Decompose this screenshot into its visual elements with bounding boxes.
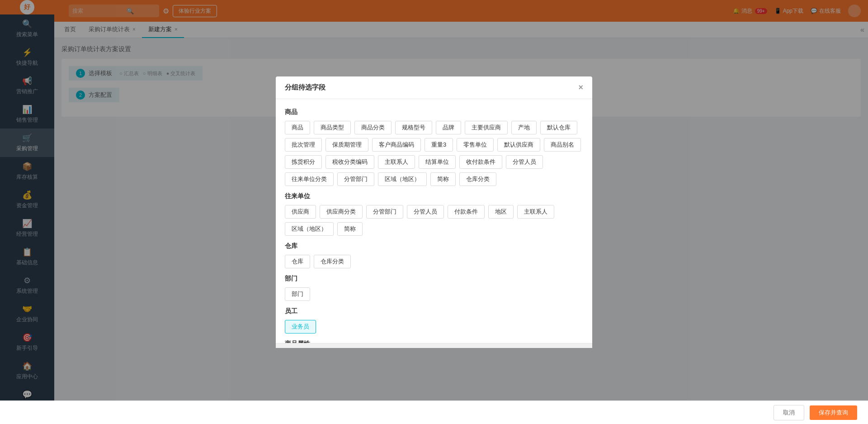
page-footer: 取消 保存并查询: [0, 400, 868, 424]
section-dept-title: 部门: [285, 275, 583, 283]
field-salesman[interactable]: 业务员: [285, 320, 316, 333]
field-settle-unit[interactable]: 结算单位: [419, 155, 456, 169]
field-region2[interactable]: 区域（地区）: [285, 222, 334, 236]
section-warehouse-fields: 仓库 仓库分类: [285, 255, 583, 268]
field-default-warehouse[interactable]: 默认仓库: [540, 121, 577, 134]
field-goods-alias[interactable]: 商品别名: [544, 138, 581, 152]
field-wh-cat[interactable]: 仓库分类: [314, 255, 351, 268]
section-partner-fields: 供应商 供应商分类 分管部门 分管人员 付款条件 地区 主联系人 区域（地区） …: [285, 205, 583, 236]
field-dept[interactable]: 分管部门: [366, 205, 403, 219]
section-staff-title: 员工: [285, 307, 583, 315]
cancel-button[interactable]: 取消: [774, 405, 804, 420]
section-goods-fields: 商品 商品类型 商品分类 规格型号 品牌 主要供应商 产地 默认仓库 批次管理 …: [285, 121, 583, 186]
field-weight3[interactable]: 重量3: [425, 138, 453, 152]
field-pay-cond[interactable]: 付款条件: [448, 205, 485, 219]
field-supplier[interactable]: 供应商: [285, 205, 316, 219]
modal-dialog: 分组待选字段 × 商品 商品 商品类型 商品分类 规格型号 品牌 主要供应商 产…: [276, 76, 592, 348]
field-goods-type[interactable]: 商品类型: [314, 121, 351, 134]
field-spec-model[interactable]: 规格型号: [395, 121, 432, 134]
field-goods[interactable]: 商品: [285, 121, 310, 134]
field-short-name[interactable]: 简称: [430, 172, 456, 186]
field-batch-mgmt[interactable]: 批次管理: [285, 138, 322, 152]
field-manager[interactable]: 分管人员: [506, 155, 543, 169]
modal-close-button[interactable]: ×: [578, 83, 583, 92]
field-main-supplier[interactable]: 主要供应商: [465, 121, 508, 134]
modal-body[interactable]: 商品 商品 商品类型 商品分类 规格型号 品牌 主要供应商 产地 默认仓库 批次…: [276, 99, 592, 343]
field-customer-code[interactable]: 客户商品编码: [372, 138, 421, 152]
field-contact[interactable]: 主联系人: [517, 205, 554, 219]
field-brand[interactable]: 品牌: [436, 121, 461, 134]
section-partner-title: 往来单位: [285, 192, 583, 200]
field-department[interactable]: 部门: [285, 287, 310, 301]
field-payment-terms[interactable]: 收付款条件: [459, 155, 502, 169]
field-retail-unit[interactable]: 零售单位: [457, 138, 494, 152]
modal-title: 分组待选字段: [285, 83, 326, 92]
field-shelf-life[interactable]: 保质期管理: [326, 138, 368, 152]
field-wh[interactable]: 仓库: [285, 255, 310, 268]
field-origin[interactable]: 产地: [511, 121, 537, 134]
field-goods-category[interactable]: 商品分类: [354, 121, 392, 134]
section-warehouse-title: 仓库: [285, 242, 583, 250]
modal-horizontal-scrollbar[interactable]: [276, 343, 592, 348]
field-warehouse-category[interactable]: 仓库分类: [459, 172, 496, 186]
field-abbr[interactable]: 简称: [337, 222, 363, 236]
field-supplier-category[interactable]: 供应商分类: [320, 205, 363, 219]
field-region[interactable]: 区域（地区）: [378, 172, 427, 186]
section-staff-fields: 业务员: [285, 320, 583, 333]
field-staff[interactable]: 分管人员: [407, 205, 444, 219]
field-manage-dept[interactable]: 分管部门: [337, 172, 374, 186]
field-main-contact[interactable]: 主联系人: [378, 155, 415, 169]
section-dept-fields: 部门: [285, 287, 583, 301]
field-partner-category[interactable]: 往来单位分类: [285, 172, 334, 186]
modal-header: 分组待选字段 ×: [276, 76, 592, 99]
field-tax-code[interactable]: 税收分类编码: [326, 155, 374, 169]
field-default-supplier[interactable]: 默认供应商: [497, 138, 540, 152]
section-attr-title: 商品属性: [285, 340, 583, 343]
field-pick-score[interactable]: 拣货积分: [285, 155, 322, 169]
field-area[interactable]: 地区: [488, 205, 514, 219]
section-goods-title: 商品: [285, 108, 583, 116]
save-button[interactable]: 保存并查询: [810, 405, 857, 420]
